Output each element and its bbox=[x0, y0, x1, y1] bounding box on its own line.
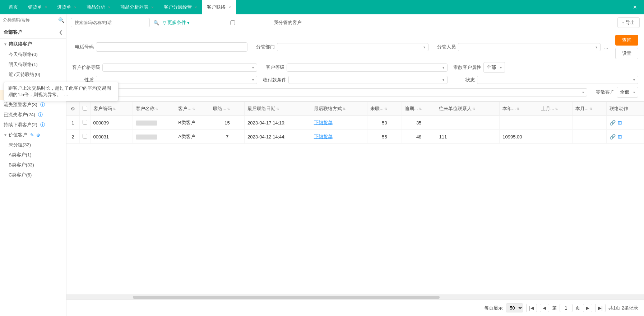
search-btn[interactable]: 🔍 bbox=[153, 20, 159, 25]
info-icon-churned[interactable]: ⓘ bbox=[38, 112, 43, 118]
tree-item-tomorrow[interactable]: 明天待联络(1) bbox=[0, 60, 66, 70]
nav-sales-order[interactable]: 销货单 × bbox=[23, 0, 52, 14]
tree-item-declining[interactable]: 持续下滑客户(2) ⓘ bbox=[0, 120, 66, 130]
tree-item-ungraded[interactable]: 未分组(32) bbox=[0, 140, 66, 150]
dept-label: 分管部门 bbox=[253, 44, 275, 50]
settings-btn[interactable]: 设置 bbox=[615, 48, 638, 59]
sidebar-search-input[interactable] bbox=[3, 18, 57, 23]
first-page-btn[interactable]: |◀ bbox=[526, 304, 537, 312]
nav-home[interactable]: 首页 bbox=[4, 0, 23, 14]
person-dots[interactable]: ... bbox=[603, 44, 610, 50]
row2-grid-icon[interactable]: ⊞ bbox=[618, 134, 622, 140]
tree-item-churned[interactable]: 已流失客户(24) ⓘ bbox=[0, 110, 66, 120]
tooltip-more[interactable]: ... bbox=[64, 92, 68, 97]
page-input[interactable] bbox=[560, 304, 573, 312]
sidebar-search-icon[interactable]: 🔍 bbox=[58, 17, 64, 23]
bottom-scrollbar[interactable] bbox=[66, 294, 644, 300]
info-icon-churn[interactable]: ⓘ bbox=[40, 102, 45, 108]
nav-purchase-order[interactable]: 进货单 × bbox=[52, 0, 81, 14]
tree-group-value-header[interactable]: ▼ 价值客户 ✎ ⊕ bbox=[0, 130, 66, 140]
prev-page-btn[interactable]: ◀ bbox=[540, 304, 549, 312]
tree-group-value-label: 价值客户 bbox=[9, 132, 27, 138]
search-input[interactable] bbox=[71, 18, 150, 27]
nav-customer-segment-close[interactable]: × bbox=[195, 0, 197, 14]
row2-last-way-link[interactable]: 下销货单 bbox=[314, 134, 333, 139]
nav-product-analysis-close[interactable]: × bbox=[108, 0, 110, 14]
customer-type-arrow: ▾ bbox=[582, 90, 584, 94]
col-last-date-sort[interactable]: ⇅ bbox=[276, 107, 279, 111]
last-page-btn[interactable]: ▶| bbox=[595, 304, 606, 312]
nav-product-analysis-list[interactable]: 商品分析列表 × bbox=[115, 0, 158, 14]
col-contact: 联络...⇅ bbox=[210, 102, 245, 116]
filter-payment: 收付款条件 ▾ bbox=[263, 76, 448, 84]
payment-select[interactable]: ▾ bbox=[288, 76, 448, 84]
row1-last-way-link[interactable]: 下销货单 bbox=[314, 120, 333, 125]
row2-checkbox[interactable] bbox=[79, 130, 90, 144]
customer-type-select[interactable]: ▾ bbox=[108, 88, 587, 96]
tree-item-grade-c[interactable]: C类客户(6) bbox=[0, 170, 66, 180]
my-customer-checkbox-label[interactable]: 我分管的客户 bbox=[193, 19, 302, 26]
export-btn[interactable]: ↑ 导出 bbox=[617, 17, 640, 28]
pagination: 每页显示 50 |◀ ◀ 第 页 ▶ ▶| 共1页 2条记录 bbox=[66, 300, 644, 316]
add-icon-value-group[interactable]: ⊕ bbox=[36, 132, 40, 138]
tree-item-today[interactable]: 今天待联络(0) bbox=[0, 49, 66, 60]
nav-product-list-close[interactable]: × bbox=[151, 0, 153, 14]
customer-grade-select[interactable]: ▾ bbox=[287, 63, 448, 72]
col-contact-label: 联络... bbox=[213, 106, 226, 111]
nav-customer-contact-close[interactable]: × bbox=[228, 0, 231, 14]
col-name-sort[interactable]: ⇅ bbox=[155, 107, 158, 111]
nav-customer-contact[interactable]: 客户联络 × bbox=[202, 0, 236, 14]
customer-table: ⚙ 客户编码⇅ 客户名称⇅ 客户...⇅ 联络...⇅ 最后联络日期⇅ 最后联络… bbox=[66, 102, 644, 144]
row2-select[interactable] bbox=[83, 134, 87, 138]
tree-item-grade-b[interactable]: B类客户(33) bbox=[0, 160, 66, 170]
more-filter-btn[interactable]: ▽ 更多条件 ▾ bbox=[163, 19, 190, 26]
col-code-sort[interactable]: ⇅ bbox=[113, 107, 116, 111]
next-page-btn[interactable]: ▶ bbox=[583, 304, 592, 312]
sidebar-collapse-btn[interactable]: ❮ bbox=[59, 30, 62, 35]
col-last-month-sort[interactable]: ⇅ bbox=[555, 107, 558, 111]
col-overdue-sort[interactable]: ⇅ bbox=[419, 107, 422, 111]
col-type-sort[interactable]: ⇅ bbox=[192, 107, 195, 111]
col-last-way-sort[interactable]: ⇅ bbox=[343, 107, 346, 111]
col-contact-person-sort[interactable]: ⇅ bbox=[472, 107, 475, 111]
col-this-year-sort[interactable]: ⇅ bbox=[516, 107, 519, 111]
row1-name bbox=[133, 116, 175, 130]
col-this-month-sort[interactable]: ⇅ bbox=[589, 107, 592, 111]
nav-product-analysis[interactable]: 商品分析 × bbox=[82, 0, 115, 14]
row1-checkbox[interactable] bbox=[79, 116, 90, 130]
select-all-checkbox[interactable] bbox=[83, 106, 87, 110]
col-not-contact-sort[interactable]: ⇅ bbox=[384, 107, 387, 111]
row2-last-way[interactable]: 下销货单 bbox=[311, 130, 367, 144]
tree-group-arrow: ▼ bbox=[4, 42, 7, 46]
window-close-btn[interactable]: × bbox=[629, 4, 640, 11]
nav-customer-segment[interactable]: 客户分层经营 × bbox=[159, 0, 202, 14]
row2-link-icon[interactable]: 🔗 bbox=[610, 134, 616, 140]
row1-grid-icon[interactable]: ⊞ bbox=[618, 120, 622, 126]
gender-select[interactable]: ▾ bbox=[96, 76, 257, 84]
phone-input[interactable] bbox=[96, 42, 247, 52]
per-page-select[interactable]: 50 bbox=[506, 303, 523, 312]
col-checkbox[interactable] bbox=[79, 102, 90, 116]
nav-purchase-close[interactable]: × bbox=[74, 0, 76, 14]
row1-link-icon[interactable]: 🔗 bbox=[610, 120, 616, 126]
person-select[interactable]: ▾ bbox=[458, 43, 601, 51]
retail-customer-select[interactable]: 全部 ▾ bbox=[617, 87, 638, 98]
price-grade-select[interactable]: ▾ bbox=[102, 63, 257, 72]
row1-select[interactable] bbox=[83, 120, 87, 124]
my-customer-checkbox[interactable] bbox=[193, 20, 272, 25]
nav-sales-close[interactable]: × bbox=[45, 0, 47, 14]
tree-item-7days[interactable]: 近7天待联络(0) bbox=[0, 70, 66, 80]
row1-last-way[interactable]: 下销货单 bbox=[311, 116, 367, 130]
tree-group-pending-header[interactable]: ▼ 待联络客户 bbox=[0, 39, 66, 49]
query-btn[interactable]: 查询 bbox=[615, 35, 638, 46]
dept-select[interactable]: ▾ bbox=[277, 43, 428, 51]
edit-icon-value-group[interactable]: ✎ bbox=[30, 132, 34, 138]
tree-item-grade-a[interactable]: A类客户(1) bbox=[0, 150, 66, 160]
retail-attr-value: 全部 bbox=[487, 64, 496, 71]
retail-attr-select[interactable]: 全部 ▾ bbox=[483, 62, 505, 73]
col-contact-sort[interactable]: ⇅ bbox=[227, 107, 230, 111]
col-settings[interactable]: ⚙ bbox=[66, 102, 79, 116]
status-select[interactable]: ▾ bbox=[477, 76, 638, 84]
info-icon-declining[interactable]: ⓘ bbox=[40, 122, 45, 128]
tree-item-churn-warning[interactable]: 流失预警客户(3) ⓘ bbox=[0, 100, 66, 110]
